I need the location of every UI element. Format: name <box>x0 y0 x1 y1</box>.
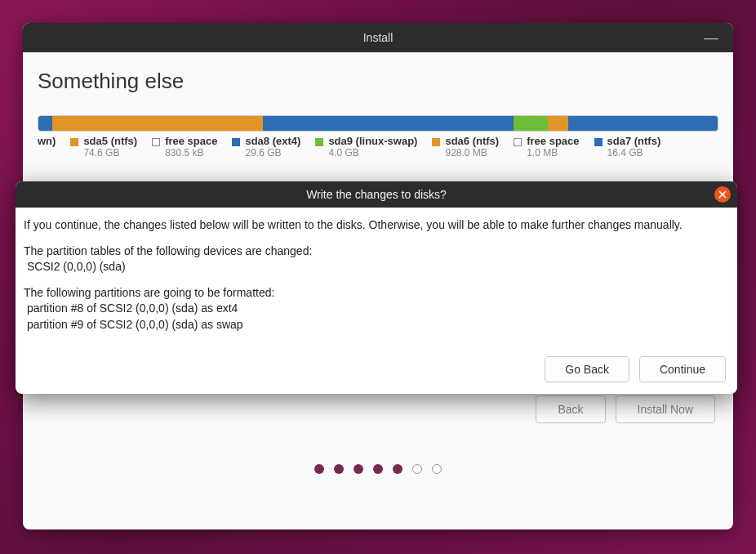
dialog-titlebar: Write the changes to disks? <box>16 181 737 208</box>
legend-swatch <box>432 138 440 146</box>
legend-label: sda5 (ntfs) <box>83 135 137 147</box>
go-back-button[interactable]: Go Back <box>545 356 629 382</box>
dialog-intro: If you continue, the changes listed belo… <box>24 217 729 234</box>
partition-segment <box>568 116 718 131</box>
dialog-format-item2: partition #9 of SCSI2 (0,0,0) (sda) as s… <box>24 318 243 331</box>
dialog-tables-item: SCSI2 (0,0,0) (sda) <box>24 260 126 273</box>
legend-size: 928.0 MB <box>445 147 499 159</box>
dialog-format-item1: partition #8 of SCSI2 (0,0,0) (sda) as e… <box>24 302 238 315</box>
continue-button[interactable]: Continue <box>639 356 726 382</box>
progress-dot <box>314 464 324 474</box>
install-now-button[interactable]: Install Now <box>616 395 715 423</box>
confirm-dialog: Write the changes to disks? If you conti… <box>16 181 737 394</box>
legend-label: free space <box>527 135 579 147</box>
dialog-tables-line: The partition tables of the following de… <box>24 244 312 257</box>
progress-dot <box>393 464 402 474</box>
partition-legend: wn)sda5 (ntfs)74.6 GBfree space830.5 kBs… <box>38 135 718 159</box>
progress-dot <box>354 464 363 474</box>
legend-swatch <box>594 138 603 146</box>
legend-swatch <box>315 138 323 146</box>
legend-label: wn) <box>38 135 56 147</box>
back-button[interactable]: Back <box>536 395 605 423</box>
legend-size: 830.5 kB <box>165 147 217 159</box>
partition-bar <box>38 115 718 132</box>
legend-item: sda7 (ntfs)16.4 GB <box>594 135 661 159</box>
legend-label: free space <box>165 135 217 147</box>
window-title: Install <box>363 31 394 44</box>
legend-size: 16.4 GB <box>607 147 661 159</box>
legend-item: sda6 (ntfs)928.0 MB <box>432 135 499 159</box>
progress-dot <box>334 464 344 474</box>
legend-label: sda9 (linux-swap) <box>328 135 417 147</box>
dialog-buttons: Go Back Continue <box>16 346 737 394</box>
legend-swatch <box>514 138 522 146</box>
legend-size: 4.0 GB <box>328 147 417 159</box>
legend-item: sda9 (linux-swap)4.0 GB <box>315 135 417 159</box>
dialog-format-line: The following partitions are going to be… <box>24 286 274 299</box>
partition-segment <box>514 116 548 131</box>
dialog-body: If you continue, the changes listed belo… <box>16 208 737 346</box>
dialog-format-block: The following partitions are going to be… <box>24 285 729 333</box>
legend-item: free space830.5 kB <box>152 135 217 159</box>
partition-segment <box>38 116 52 131</box>
page-title: Something else <box>38 69 718 94</box>
partition-segment <box>263 116 514 131</box>
bottom-buttons: Back Install Now <box>38 395 718 423</box>
legend-item: sda8 (ext4)29.6 GB <box>232 135 300 159</box>
minimize-icon[interactable]: — <box>704 30 718 45</box>
legend-swatch <box>232 138 240 146</box>
progress-dot <box>412 464 422 474</box>
legend-swatch <box>70 138 78 146</box>
legend-item: wn) <box>38 135 56 147</box>
dialog-tables-block: The partition tables of the following de… <box>24 243 729 275</box>
dialog-title: Write the changes to disks? <box>306 188 447 201</box>
progress-dots <box>38 464 718 474</box>
legend-swatch <box>152 138 160 146</box>
progress-dot <box>432 464 442 474</box>
progress-dot <box>373 464 383 474</box>
legend-label: sda6 (ntfs) <box>445 135 499 147</box>
legend-size: 74.6 GB <box>83 147 137 159</box>
legend-size: 1.0 MB <box>527 147 579 159</box>
legend-item: free space1.0 MB <box>514 135 579 159</box>
partition-segment <box>52 116 263 131</box>
partition-segment <box>548 116 568 131</box>
legend-item: sda5 (ntfs)74.6 GB <box>70 135 137 159</box>
titlebar: Install — <box>23 23 733 52</box>
close-icon[interactable] <box>714 186 731 203</box>
legend-size: 29.6 GB <box>245 147 300 159</box>
legend-label: sda8 (ext4) <box>245 135 300 147</box>
legend-label: sda7 (ntfs) <box>607 135 661 147</box>
